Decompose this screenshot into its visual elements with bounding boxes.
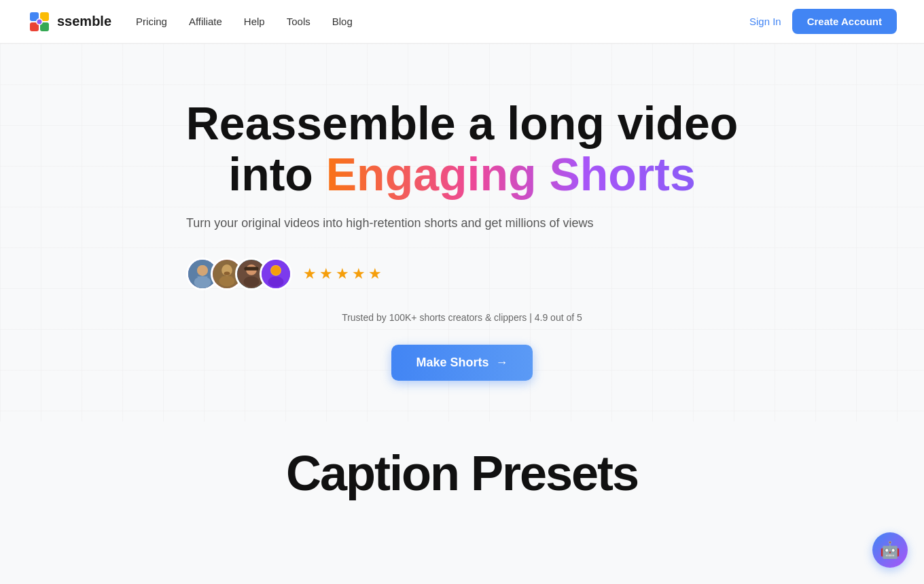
logo[interactable]: ssemble [27, 10, 111, 34]
star-2: ★ [319, 265, 333, 283]
navbar-left: ssemble Pricing Affiliate Help Tools Blo… [27, 10, 353, 34]
trust-text: Trusted by 100K+ shorts creators & clipp… [186, 312, 739, 323]
svg-point-6 [37, 19, 42, 24]
hero-section: Reassemble a long video into Engaging Sh… [0, 44, 924, 422]
hero-title: Reassemble a long video into Engaging Sh… [186, 98, 739, 200]
svg-rect-19 [244, 267, 258, 270]
avatar-group [186, 258, 292, 290]
nav-links: Pricing Affiliate Help Tools Blog [136, 16, 353, 27]
svg-point-10 [197, 264, 208, 275]
create-account-button[interactable]: Create Account [792, 9, 897, 34]
svg-point-23 [271, 265, 281, 275]
caption-presets-title: Caption Presets [27, 449, 897, 511]
stars-container: ★ ★ ★ ★ ★ [303, 265, 382, 283]
nav-link-affiliate[interactable]: Affiliate [189, 16, 222, 27]
avatar-4 [260, 258, 292, 290]
logo-icon [27, 10, 52, 34]
hero-title-gradient: Engaging Shorts [326, 148, 696, 200]
sign-in-button[interactable]: Sign In [749, 16, 781, 27]
navbar: ssemble Pricing Affiliate Help Tools Blo… [0, 0, 924, 44]
svg-point-15 [224, 271, 230, 275]
make-shorts-label: Make Shorts [416, 356, 488, 370]
nav-link-pricing[interactable]: Pricing [136, 16, 167, 27]
svg-point-22 [268, 276, 283, 287]
arrow-icon: → [496, 356, 508, 370]
hero-title-line2-plain: into [228, 148, 326, 200]
nav-link-help[interactable]: Help [244, 16, 265, 27]
logo-text: ssemble [57, 14, 111, 29]
hero-content: Reassemble a long video into Engaging Sh… [186, 98, 739, 381]
nav-link-blog[interactable]: Blog [332, 16, 353, 27]
hero-title-line1: Reassemble a long video [186, 97, 739, 149]
chatbot-widget[interactable]: 🤖 [872, 532, 908, 568]
nav-link-tools[interactable]: Tools [287, 16, 310, 27]
social-proof: ★ ★ ★ ★ ★ [186, 258, 739, 290]
svg-point-14 [219, 275, 234, 286]
svg-point-18 [243, 276, 259, 287]
caption-presets-section: Caption Presets [0, 422, 924, 511]
navbar-right: Sign In Create Account [749, 9, 897, 34]
chatbot-icon: 🤖 [880, 540, 900, 560]
star-5: ★ [368, 265, 382, 283]
star-4: ★ [352, 265, 366, 283]
star-3: ★ [336, 265, 349, 283]
make-shorts-button[interactable]: Make Shorts → [391, 345, 532, 381]
hero-subtitle: Turn your original videos into high-rete… [186, 216, 594, 230]
star-1: ★ [303, 265, 317, 283]
